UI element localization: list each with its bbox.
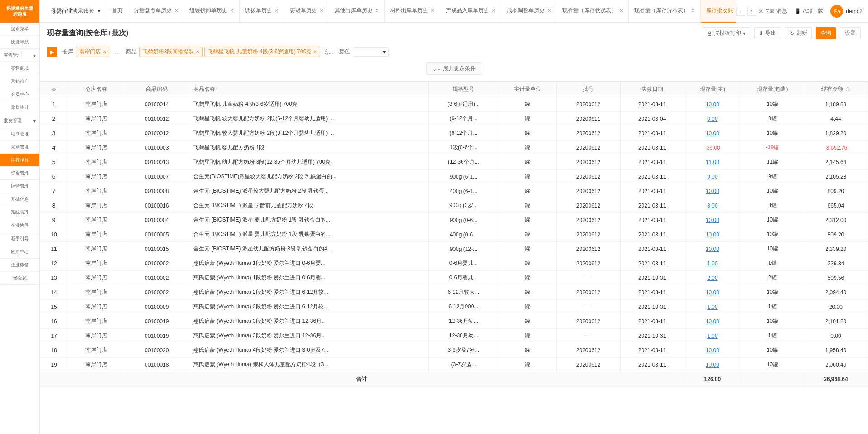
sidebar-item-新手引导[interactable]: 新手引导 bbox=[0, 232, 39, 245]
sidebar-item-零售管理[interactable]: 零售管理▾ bbox=[0, 49, 39, 62]
nav-tab-close[interactable]: ✕ bbox=[691, 8, 695, 13]
sidebar-item-会员中心[interactable]: 会员中心 bbox=[0, 88, 39, 101]
sidebar-item-批发管理[interactable]: 批发管理▾ bbox=[0, 114, 39, 127]
refresh-btn[interactable]: ↻ 刷新 bbox=[785, 27, 812, 39]
th-qty-pkg: 现存量(包装) bbox=[741, 82, 804, 97]
cell-qty-main[interactable]: 10.00 bbox=[684, 97, 741, 112]
cell-batch: 20200612 bbox=[557, 141, 620, 155]
cell-qty-main[interactable]: 0.00 bbox=[684, 112, 741, 126]
sidebar-item-快捷导航[interactable]: 快捷导航 bbox=[0, 36, 39, 49]
cell-qty-main[interactable]: 10.00 bbox=[684, 242, 741, 256]
nav-tab-4[interactable]: 其他出库单历史✕ bbox=[329, 0, 385, 23]
cell-spec: 900g (3岁... bbox=[428, 198, 499, 213]
product-more-dots[interactable]: 飞... bbox=[322, 48, 334, 56]
account-dropdown[interactable]: 母婴行业演示账套 ▾ bbox=[45, 0, 106, 23]
cell-index: 14 bbox=[40, 285, 68, 300]
expand-more-btn[interactable]: ⌄⌄ 展开更多条件 bbox=[426, 62, 481, 75]
cell-qty-main[interactable]: 10.00 bbox=[684, 285, 741, 300]
nav-tab-0[interactable]: 分量盘点单历史✕ bbox=[128, 0, 184, 23]
nav-tab-close[interactable]: ✕ bbox=[320, 8, 323, 13]
warehouse-tag[interactable]: 南岸门店 ✕ bbox=[76, 47, 109, 57]
settings-icon[interactable]: ⚙ bbox=[52, 86, 57, 93]
sidebar-item-企业协同[interactable]: 企业协同 bbox=[0, 219, 39, 232]
product-tag-1[interactable]: 飞鹤星飞帆 儿童奶粉 4段(3-6岁适用) 700克✕ bbox=[204, 47, 320, 57]
cell-qty-main[interactable]: 11.00 bbox=[684, 155, 741, 170]
sidebar-item-零售商城[interactable]: 零售商城 bbox=[0, 62, 39, 75]
product-tags: 飞鹤奶粉3段同措提装✕飞鹤星飞帆 儿童奶粉 4段(3-6岁适用) 700克✕飞.… bbox=[139, 47, 334, 57]
cell-warehouse: 南岸门店 bbox=[68, 112, 125, 126]
cell-qty-main[interactable]: 10.00 bbox=[684, 184, 741, 198]
nav-tab-6[interactable]: 产成品入库单历史✕ bbox=[440, 0, 501, 23]
sidebar-item-电商管理[interactable]: 电商管理 bbox=[0, 127, 39, 141]
nav-tab-home[interactable]: 首页 bbox=[106, 0, 128, 23]
cell-qty-main[interactable]: 1.00 bbox=[684, 256, 741, 271]
nav-tab-close[interactable]: ✕ bbox=[375, 8, 379, 13]
product-tag-close-0[interactable]: ✕ bbox=[196, 49, 199, 54]
nav-tab-2[interactable]: 调拨单历史✕ bbox=[240, 0, 284, 23]
cell-batch: 20200612 bbox=[557, 198, 620, 213]
cell-qty-main[interactable]: 10.00 bbox=[684, 126, 741, 141]
sidebar-item-营销推广[interactable]: 营销推广 bbox=[0, 75, 39, 88]
cell-qty-main[interactable]: 2.00 bbox=[684, 271, 741, 285]
sidebar-item-畅会员[interactable]: 畅会员 bbox=[0, 272, 39, 285]
cell-qty-main[interactable]: 1.00 bbox=[684, 329, 741, 343]
color-select[interactable]: ▾ bbox=[353, 47, 389, 57]
user-info[interactable]: Ea demo2 bbox=[830, 5, 863, 18]
query-label: 查询 bbox=[821, 29, 831, 37]
print-btn[interactable]: 🖨 按模板打印 ▾ bbox=[702, 27, 750, 39]
nav-tab-close[interactable]: ✕ bbox=[275, 8, 278, 13]
nav-tab-7[interactable]: 成本调整单历史✕ bbox=[501, 0, 557, 23]
cell-qty-main[interactable]: 10.00 bbox=[684, 358, 741, 372]
sidebar-item-应用中心[interactable]: 应用中心 bbox=[0, 245, 39, 259]
product-tag-close-1[interactable]: ✕ bbox=[313, 49, 317, 54]
nav-tab-5[interactable]: 材料出库单历史✕ bbox=[385, 0, 440, 23]
nav-prev-btn[interactable]: ‹ bbox=[736, 7, 745, 16]
nav-tab-close[interactable]: ✕ bbox=[230, 8, 234, 13]
cell-qty-main[interactable]: 3.00 bbox=[684, 198, 741, 213]
query-btn[interactable]: 查询 bbox=[816, 27, 836, 39]
nav-tab-8[interactable]: 现存量（库存状况表）✕ bbox=[557, 0, 629, 23]
product-tag-0[interactable]: 飞鹤奶粉3段同措提装✕ bbox=[139, 47, 203, 57]
cell-qty-main[interactable]: 9.00 bbox=[684, 170, 741, 184]
amount-info-icon[interactable]: ⓘ bbox=[846, 87, 850, 92]
export-btn[interactable]: ⬇ 导出 bbox=[754, 27, 781, 39]
cell-qty-main[interactable]: 10.00 bbox=[684, 314, 741, 329]
sidebar-item-企业微信[interactable]: 企业微信 bbox=[0, 259, 39, 272]
cell-qty-main[interactable]: 1.00 bbox=[684, 300, 741, 314]
nav-tab-close[interactable]: ✕ bbox=[547, 8, 551, 13]
warehouse-tag-close[interactable]: ✕ bbox=[103, 49, 106, 54]
cell-expire: 2021-03-11 bbox=[620, 155, 684, 170]
sidebar-item-零售统计[interactable]: 零售统计 bbox=[0, 101, 39, 114]
sidebar-item-搜索菜单[interactable]: 搜索菜单 bbox=[0, 23, 39, 36]
sidebar-item-采购管理[interactable]: 采购管理 bbox=[0, 141, 39, 154]
cell-batch: — bbox=[557, 300, 620, 314]
message-btn[interactable]: ✉ 消息 bbox=[770, 7, 787, 15]
sidebar-item-系统管理[interactable]: 系统管理 bbox=[0, 206, 39, 219]
cell-qty-pkg: 10罐 bbox=[741, 227, 804, 242]
sidebar-item-经营管理[interactable]: 经营管理 bbox=[0, 180, 39, 193]
nav-tab-10[interactable]: 库存批次账✕ bbox=[701, 0, 736, 23]
sidebar-item-资金管理[interactable]: 资金管理 bbox=[0, 167, 39, 180]
warehouse-more-dots[interactable]: ... bbox=[115, 48, 120, 56]
cell-qty-main[interactable]: 10.00 bbox=[684, 343, 741, 358]
cell-qty-main[interactable]: 10.00 bbox=[684, 227, 741, 242]
nav-tab-3[interactable]: 要货单历史✕ bbox=[284, 0, 329, 23]
nav-tab-close[interactable]: ✕ bbox=[431, 8, 434, 13]
cell-expire: 2021-03-11 bbox=[620, 358, 684, 372]
nav-expand-btn[interactable]: ⊡ bbox=[765, 8, 770, 14]
filter-expand-arrow[interactable]: ▶ bbox=[47, 47, 57, 57]
sidebar-item-库存核算[interactable]: 库存核算 bbox=[0, 154, 39, 167]
sidebar-item-基础信息[interactable]: 基础信息 bbox=[0, 193, 39, 206]
logo[interactable]: 畅捷通好生意 标题版 bbox=[0, 0, 39, 23]
nav-tab-1[interactable]: 组装拆卸单历史✕ bbox=[184, 0, 240, 23]
nav-tab-close[interactable]: ✕ bbox=[619, 8, 623, 13]
nav-tab-9[interactable]: 现存量（库存分布表）✕ bbox=[629, 0, 701, 23]
nav-tab-close[interactable]: ✕ bbox=[492, 8, 495, 13]
nav-next-btn[interactable]: › bbox=[747, 7, 756, 16]
setting-btn[interactable]: 设置 bbox=[840, 27, 861, 39]
app-download-btn[interactable]: 📱 App下载 bbox=[794, 7, 823, 15]
cell-qty-main[interactable]: 10.00 bbox=[684, 213, 741, 227]
nav-close-btn[interactable]: ✕ bbox=[758, 8, 764, 15]
cell-name: 惠氏启蒙 (Wyeth illuma) 亲和人体儿童配方奶粉4段（3... bbox=[189, 358, 428, 372]
nav-tab-close[interactable]: ✕ bbox=[175, 8, 178, 13]
